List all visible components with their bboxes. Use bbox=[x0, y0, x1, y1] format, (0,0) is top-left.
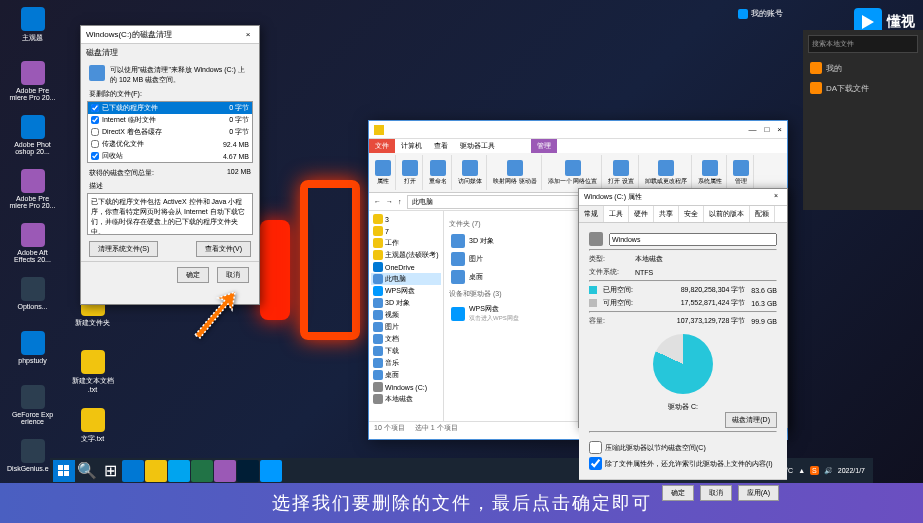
desktop-icon[interactable]: 主观题 bbox=[5, 5, 60, 55]
file-category-row[interactable]: 传递优化文件92.4 MB bbox=[88, 138, 252, 150]
properties-tab[interactable]: 共享 bbox=[654, 206, 679, 222]
explorer-titlebar[interactable]: — □ × bbox=[369, 121, 787, 139]
sidebar-item[interactable]: 我的 bbox=[808, 58, 918, 78]
ribbon-button[interactable]: 卸载或更改程序 bbox=[641, 155, 692, 190]
ribbon-button[interactable]: 打开 bbox=[398, 155, 423, 190]
tree-item[interactable]: 3D 对象 bbox=[371, 297, 441, 309]
ribbon-button[interactable]: 重命名 bbox=[425, 155, 452, 190]
ribbon-button[interactable]: 访问媒体 bbox=[454, 155, 487, 190]
checkbox[interactable] bbox=[91, 152, 99, 160]
close-icon[interactable]: × bbox=[770, 192, 782, 202]
checkbox[interactable] bbox=[91, 116, 99, 124]
back-icon[interactable]: ← bbox=[374, 198, 381, 205]
ribbon-button[interactable]: 管理 bbox=[729, 155, 754, 190]
tree-item[interactable]: 文档 bbox=[371, 333, 441, 345]
desktop-icon[interactable]: Adobe Pre miere Pro 20... bbox=[5, 59, 60, 109]
properties-tab[interactable]: 硬件 bbox=[629, 206, 654, 222]
ribbon-tab[interactable]: 计算机 bbox=[395, 139, 428, 153]
navigation-tree[interactable]: 37工作主观题(法硕联考)OneDrive此电脑WPS网盘3D 对象视频图片文档… bbox=[369, 211, 444, 421]
tree-item[interactable]: 本地磁盘 bbox=[371, 393, 441, 405]
desktop-icon[interactable]: GeForce Exp erience bbox=[5, 383, 60, 433]
tree-item[interactable]: WPS网盘 bbox=[371, 285, 441, 297]
dialog-titlebar[interactable]: Windows(C:)的磁盘清理 × bbox=[81, 26, 259, 44]
ribbon-button[interactable]: 映射网络 驱动器 bbox=[489, 155, 542, 190]
photoshop-icon[interactable] bbox=[237, 460, 259, 482]
system-tray[interactable]: 16°C ▲ S 🔊 2022/1/7 bbox=[778, 466, 871, 475]
view-files-button[interactable]: 查看文件(V) bbox=[196, 241, 251, 257]
start-button[interactable] bbox=[53, 460, 75, 482]
tree-item[interactable]: 工作 bbox=[371, 237, 441, 249]
account-label[interactable]: 我的账号 bbox=[738, 8, 783, 19]
tree-item[interactable]: Windows (C:) bbox=[371, 381, 441, 393]
file-category-row[interactable]: Internet 临时文件0 字节 bbox=[88, 114, 252, 126]
ribbon-tab[interactable]: 查看 bbox=[428, 139, 454, 153]
desktop-icon[interactable]: Adobe Phot oshop 20... bbox=[5, 113, 60, 163]
tree-item[interactable]: 视频 bbox=[371, 309, 441, 321]
cancel-button[interactable]: 取消 bbox=[217, 267, 249, 283]
checkbox[interactable] bbox=[91, 128, 99, 136]
files-to-delete-list[interactable]: 已下载的程序文件0 字节Internet 临时文件0 字节DirectX 着色器… bbox=[87, 101, 253, 163]
tab-disk-cleanup[interactable]: 磁盘清理 bbox=[86, 48, 118, 57]
close-icon[interactable]: × bbox=[777, 125, 782, 134]
tree-item[interactable]: 此电脑 bbox=[371, 273, 441, 285]
tree-item[interactable]: 3 bbox=[371, 213, 441, 225]
desktop-icon[interactable]: Adobe Pre miere Pro 20... bbox=[5, 167, 60, 217]
close-icon[interactable]: × bbox=[242, 30, 254, 39]
app-icon[interactable] bbox=[260, 460, 282, 482]
search-icon[interactable]: 🔍 bbox=[76, 460, 98, 482]
tree-item[interactable]: 图片 bbox=[371, 321, 441, 333]
ime-icon[interactable]: S bbox=[810, 466, 819, 475]
ribbon-tab[interactable]: 驱动器工具 bbox=[454, 139, 501, 153]
cancel-button[interactable]: 取消 bbox=[700, 485, 732, 501]
ok-button[interactable]: 确定 bbox=[662, 485, 694, 501]
edge-icon[interactable] bbox=[122, 460, 144, 482]
desktop-icon[interactable]: 新建文本文档 .txt bbox=[65, 348, 120, 398]
properties-tab[interactable]: 以前的版本 bbox=[704, 206, 750, 222]
tab-manage[interactable]: 管理 bbox=[531, 139, 557, 153]
index-checkbox[interactable]: 除了文件属性外，还允许索引此驱动器上文件的内容(I) bbox=[589, 457, 777, 470]
volume-icon[interactable]: 🔊 bbox=[824, 467, 833, 475]
ribbon-button[interactable]: 添加一个 网络位置 bbox=[544, 155, 603, 190]
app-icon[interactable] bbox=[191, 460, 213, 482]
search-input[interactable]: 搜索本地文件 bbox=[808, 35, 918, 53]
desktop-icon[interactable]: phpstudy bbox=[5, 329, 60, 379]
ribbon-button[interactable]: 属性 bbox=[371, 155, 396, 190]
task-view-icon[interactable]: ⊞ bbox=[99, 460, 121, 482]
file-category-row[interactable]: 已下载的程序文件0 字节 bbox=[88, 102, 252, 114]
drive-name-input[interactable] bbox=[609, 233, 777, 246]
desktop-icon[interactable]: Options... bbox=[5, 275, 60, 325]
minimize-icon[interactable]: — bbox=[748, 125, 756, 134]
tree-item[interactable]: 音乐 bbox=[371, 357, 441, 369]
tree-item[interactable]: 主观题(法硕联考) bbox=[371, 249, 441, 261]
tree-item[interactable]: 桌面 bbox=[371, 369, 441, 381]
premiere-icon[interactable] bbox=[214, 460, 236, 482]
checkbox[interactable] bbox=[91, 104, 99, 112]
forward-icon[interactable]: → bbox=[386, 198, 393, 205]
sidebar-item[interactable]: DA下载文件 bbox=[808, 78, 918, 98]
clock[interactable]: 2022/1/7 bbox=[838, 467, 865, 474]
up-icon[interactable]: ↑ bbox=[398, 198, 402, 205]
ribbon-tab[interactable]: 文件 bbox=[369, 139, 395, 153]
disk-cleanup-button[interactable]: 磁盘清理(D) bbox=[725, 412, 777, 428]
compress-checkbox[interactable]: 压缩此驱动器以节约磁盘空间(C) bbox=[589, 441, 777, 454]
app-icon[interactable] bbox=[168, 460, 190, 482]
tree-item[interactable]: 下载 bbox=[371, 345, 441, 357]
tree-item[interactable]: OneDrive bbox=[371, 261, 441, 273]
properties-tab[interactable]: 配额 bbox=[750, 206, 775, 222]
file-category-row[interactable]: DirectX 着色器缓存0 字节 bbox=[88, 126, 252, 138]
file-category-row[interactable]: 回收站4.67 MB bbox=[88, 150, 252, 162]
tray-icon[interactable]: ▲ bbox=[798, 467, 805, 474]
properties-tab[interactable]: 常规 bbox=[579, 206, 604, 222]
ribbon-button[interactable]: 系统属性 bbox=[694, 155, 727, 190]
explorer-icon[interactable] bbox=[145, 460, 167, 482]
clean-system-files-button[interactable]: 清理系统文件(S) bbox=[89, 241, 158, 257]
tree-item[interactable]: 7 bbox=[371, 225, 441, 237]
maximize-icon[interactable]: □ bbox=[764, 125, 769, 134]
desktop-icon[interactable]: 文字.txt bbox=[65, 406, 120, 456]
ok-button[interactable]: 确定 bbox=[177, 267, 209, 283]
dialog-titlebar[interactable]: Windows (C:) 属性 × bbox=[579, 189, 787, 206]
ribbon-button[interactable]: 打开 设置 bbox=[604, 155, 639, 190]
apply-button[interactable]: 应用(A) bbox=[738, 485, 779, 501]
checkbox[interactable] bbox=[91, 140, 99, 148]
desktop-icon[interactable]: Adobe Aft Effects 20... bbox=[5, 221, 60, 271]
